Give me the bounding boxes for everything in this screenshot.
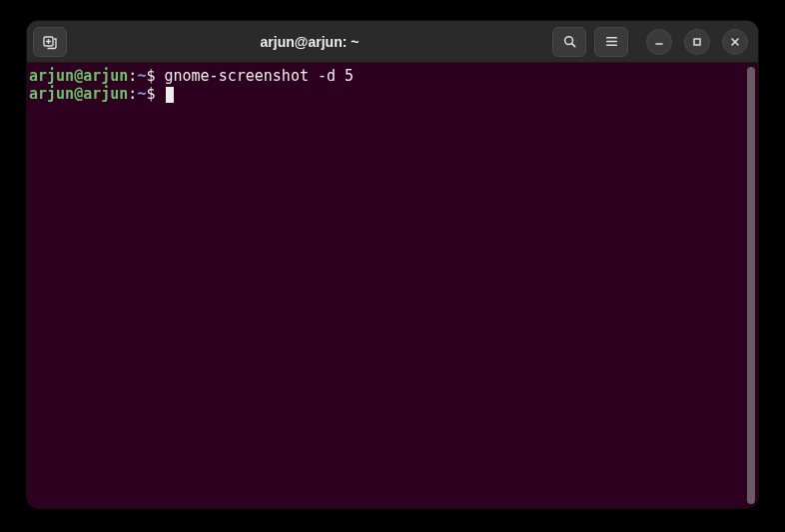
terminal-window: arjun@arjun: ~ [26,20,759,509]
prompt-host: arjun [83,67,128,85]
scrollbar-thumb[interactable] [747,67,755,504]
window-controls [646,29,748,55]
maximize-icon [691,36,703,48]
prompt-dollar: $ [146,85,164,103]
prompt-at: @ [74,85,83,103]
scrollbar[interactable] [746,67,756,504]
cursor [166,87,174,103]
terminal-line: arjun@arjun:~$ gnome-screenshot -d 5 [29,67,746,85]
minimize-button[interactable] [646,29,672,55]
minimize-icon [653,36,665,48]
prompt-user: arjun [29,67,74,85]
menu-button[interactable] [594,27,628,57]
terminal-content[interactable]: arjun@arjun:~$ gnome-screenshot -d 5 arj… [29,67,746,504]
titlebar-right-group [552,27,752,57]
window-title: arjun@arjun: ~ [73,34,546,50]
command-text: gnome-screenshot -d 5 [164,67,354,85]
titlebar: arjun@arjun: ~ [27,21,758,63]
prompt-host: arjun [83,85,128,103]
svg-rect-9 [694,39,700,45]
prompt-user: arjun [29,85,74,103]
close-icon [729,36,741,48]
prompt-at: @ [74,67,83,85]
search-icon [562,34,577,49]
terminal-body[interactable]: arjun@arjun:~$ gnome-screenshot -d 5 arj… [27,63,758,508]
maximize-button[interactable] [684,29,710,55]
svg-line-4 [571,44,574,47]
close-button[interactable] [722,29,748,55]
new-tab-icon [42,34,58,50]
new-tab-button[interactable] [33,27,67,57]
terminal-line: arjun@arjun:~$ [29,85,746,103]
prompt-dollar: $ [146,67,164,85]
hamburger-menu-icon [604,34,619,49]
search-button[interactable] [552,27,586,57]
